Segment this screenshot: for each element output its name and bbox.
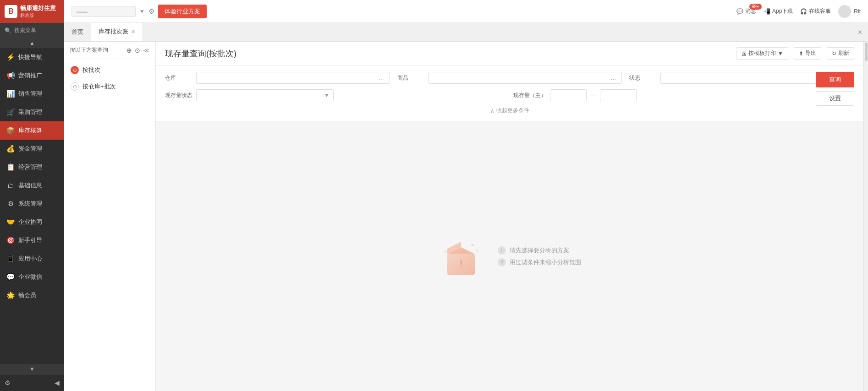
topbar-search-box[interactable]: ▬▬ <box>71 6 136 17</box>
sidebar-item-wechat[interactable]: 💬 企业微信 <box>0 268 64 286</box>
chevron-up-icon: ∧ <box>490 108 494 114</box>
scheme-list: ⊙ 按批次 ⊙ 按仓库+批次 <box>64 59 155 98</box>
search-icon: 🔍 <box>5 27 11 34</box>
sidebar-item-system[interactable]: ⚙ 系统管理 <box>0 195 64 213</box>
sidebar-item-appcenter[interactable]: 📱 应用中心 <box>0 250 64 268</box>
sidebar-scroll-down[interactable]: ▼ <box>0 364 64 374</box>
template-print-btn[interactable]: 🖨 按模板打印 ▼ <box>736 47 788 60</box>
svg-point-4 <box>444 251 446 253</box>
empty-tips: 1 请先选择要分析的方案 2 用过滤条件来缩小分析范围 <box>498 246 581 266</box>
topbar-right: 💬 消息 99+ 📲 App下载 🎧 在线客服 Rit <box>736 5 861 18</box>
sidebar-item-enterprise[interactable]: 🤝 企业协同 <box>0 213 64 231</box>
sidebar-settings-btn[interactable]: ⚙ <box>5 379 11 386</box>
product-field: 商品 … <box>397 72 622 84</box>
panel-close-btn[interactable]: ✕ <box>852 25 868 39</box>
sidebar-item-purchase[interactable]: 🛒 采购管理 <box>0 103 64 121</box>
warehouse-input[interactable]: … <box>196 72 390 84</box>
filter-scheme-icons: ⊕ ⊙ ≪ <box>126 47 150 54</box>
basic-icon: 🗂 <box>6 181 15 190</box>
tab-inventory-batch[interactable]: 库存批次账 ✕ <box>91 23 143 41</box>
sidebar-header: B 畅康通好生意 标准版 <box>0 0 64 23</box>
refresh-btn[interactable]: ↻ 刷新 <box>827 47 854 60</box>
qty-min-input[interactable] <box>550 89 587 101</box>
sidebar-item-shortcut[interactable]: ⚡ 快捷导航 <box>0 48 64 66</box>
trial-btn[interactable]: 体验行业方案 <box>158 5 207 18</box>
sidebar-item-operation[interactable]: 📋 经营管理 <box>0 158 64 176</box>
appcenter-icon: 📱 <box>6 255 15 263</box>
sidebar-scroll-up[interactable]: ▲ <box>0 38 64 48</box>
collapse-filter-btn[interactable]: ∧ 收起更多条件 <box>165 107 854 114</box>
sidebar-item-finance[interactable]: 💰 资金管理 <box>0 140 64 158</box>
print-icon: 🖨 <box>741 50 747 57</box>
sidebar-nav: ⚡ 快捷导航 📢 营销推广 📊 销售管理 🛒 采购管理 📦 库存核算 💰 资金管… <box>0 48 64 364</box>
filter-area: 仓库 … 商品 … <box>156 65 863 121</box>
online-service-btn[interactable]: 🎧 在线客服 <box>800 7 831 15</box>
right-scrollbar[interactable] <box>863 42 868 391</box>
filter-row-2: 现存量状态 ▼ 现存量（主） — <box>165 89 854 101</box>
filter-scheme-header: 按以下方案查询 ⊕ ⊙ ≪ <box>64 42 155 59</box>
empty-tip-2: 2 用过滤条件来缩小分析范围 <box>498 258 581 266</box>
sidebar-item-newguide[interactable]: 🎯 新手引导 <box>0 231 64 250</box>
app-download-btn[interactable]: 📲 App下载 <box>764 7 793 15</box>
qty-label: 现存量（主） <box>513 92 546 99</box>
left-panel: 按以下方案查询 ⊕ ⊙ ≪ ⊙ 按批次 ⊙ 按仓库+批次 <box>64 42 156 391</box>
scheme-batch-icon: ⊙ <box>71 66 79 74</box>
action-area: 查询 设置 <box>816 65 854 106</box>
inventory-icon: 📦 <box>6 126 15 135</box>
query-btn[interactable]: 查询 <box>816 72 854 87</box>
sidebar-item-marketing[interactable]: 📢 营销推广 <box>0 66 64 85</box>
inventory-status-input[interactable]: ▼ <box>196 89 334 101</box>
collapse-left-icon[interactable]: ≪ <box>143 47 150 54</box>
svg-text:!: ! <box>460 257 462 269</box>
topbar: ▬▬ ▼ ⚙ 体验行业方案 💬 消息 99+ 📲 App下载 🎧 在线客服 Ri <box>64 0 868 23</box>
sidebar-item-basic[interactable]: 🗂 基础信息 <box>0 176 64 195</box>
sidebar-item-inventory[interactable]: 📦 库存核算 <box>0 121 64 140</box>
status-label: 状态 <box>629 74 657 82</box>
refresh-icon: ↻ <box>832 50 836 57</box>
inventory-status-label: 现存量状态 <box>165 92 192 99</box>
template-print-dropdown-icon[interactable]: ▼ <box>778 50 783 57</box>
enterprise-icon: 🤝 <box>6 218 15 226</box>
empty-tip-1: 1 请先选择要分析的方案 <box>498 246 581 255</box>
main-area: ▬▬ ▼ ⚙ 体验行业方案 💬 消息 99+ 📲 App下载 🎧 在线客服 Ri <box>64 0 868 391</box>
scroll-thumb[interactable] <box>865 43 868 61</box>
operation-icon: 📋 <box>6 163 15 171</box>
topbar-gear-icon[interactable]: ⚙ <box>148 7 154 16</box>
settings-scheme-icon[interactable]: ⊙ <box>135 47 140 54</box>
filter-row-1: 仓库 … 商品 … <box>165 72 854 84</box>
qty-max-input[interactable] <box>600 89 637 101</box>
scheme-item-warehouse-batch[interactable]: ⊙ 按仓库+批次 <box>64 78 155 95</box>
warehouse-label: 仓库 <box>165 74 192 82</box>
newguide-icon: 🎯 <box>6 236 15 244</box>
sidebar-footer: ⚙ ◀ <box>0 374 64 391</box>
sidebar-item-member[interactable]: 🌟 畅会员 <box>0 286 64 304</box>
sidebar-search[interactable]: 🔍 搜索菜单 <box>0 23 64 38</box>
sidebar-brand: 畅康通好生意 标准版 <box>20 5 56 18</box>
sales-icon: 📊 <box>6 90 15 98</box>
user-info[interactable]: Rit <box>838 5 861 18</box>
sidebar-logo: B <box>5 5 17 18</box>
product-input[interactable]: … <box>429 72 622 84</box>
product-label: 商品 <box>397 74 425 82</box>
warehouse-dots[interactable]: … <box>377 75 386 81</box>
sidebar-item-sales[interactable]: 📊 销售管理 <box>0 85 64 103</box>
topbar-dropdown[interactable]: ▼ <box>139 8 145 15</box>
tab-close-btn[interactable]: ✕ <box>131 29 135 35</box>
finance-icon: 💰 <box>6 145 15 153</box>
settings-btn[interactable]: 设置 <box>816 91 854 106</box>
inventory-status-field: 现存量状态 ▼ <box>165 89 506 101</box>
export-btn[interactable]: ⬆ 导出 <box>794 47 821 60</box>
filter-area-wrapper: 仓库 … 商品 … <box>156 65 863 121</box>
product-dots[interactable]: … <box>609 75 618 81</box>
inventory-status-dropdown-icon[interactable]: ▼ <box>324 92 330 98</box>
empty-state: ! 1 请先选择要分析的方案 2 用过滤条件来缩小分析范围 <box>156 121 863 391</box>
scheme-item-batch[interactable]: ⊙ 按批次 <box>64 62 155 78</box>
content-area: 按以下方案查询 ⊕ ⊙ ≪ ⊙ 按批次 ⊙ 按仓库+批次 <box>64 42 868 391</box>
app-download-icon: 📲 <box>764 8 770 15</box>
sidebar-collapse-btn[interactable]: ◀ <box>55 379 60 386</box>
message-btn[interactable]: 💬 消息 99+ <box>736 7 756 15</box>
page-title: 现存量查询(按批次) <box>165 48 236 59</box>
tab-home[interactable]: 首页 <box>64 23 91 41</box>
headset-icon: 🎧 <box>800 8 807 15</box>
add-scheme-icon[interactable]: ⊕ <box>126 47 132 54</box>
